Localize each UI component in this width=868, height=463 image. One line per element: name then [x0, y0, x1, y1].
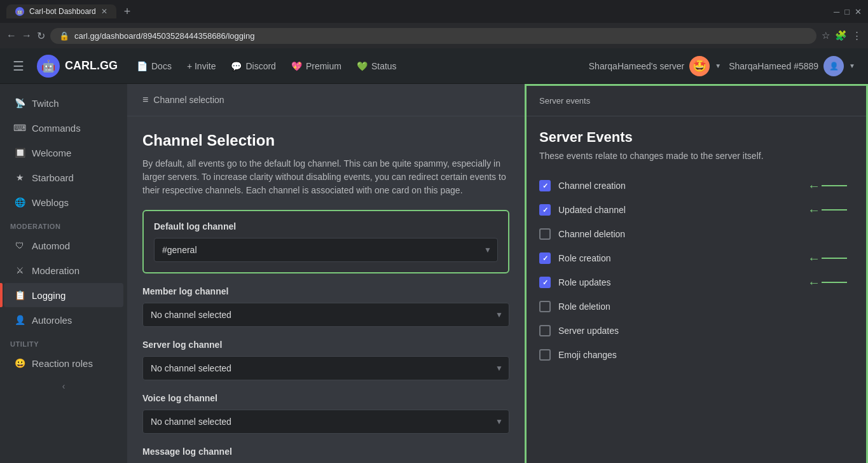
moderation-section-label: MODERATION [0, 215, 127, 233]
sidebar-item-automod[interactable]: 🛡 Automod [4, 233, 123, 258]
user-dropdown-arrow: ▼ [849, 62, 855, 69]
checkbox-role-deletion[interactable] [539, 301, 551, 312]
checkbox-updated-channel[interactable] [539, 204, 551, 216]
invite-link[interactable]: + Invite [181, 57, 223, 75]
back-button[interactable]: ← [6, 30, 17, 41]
status-link[interactable]: 💚 Status [350, 57, 403, 75]
discord-icon: 💬 [231, 61, 242, 71]
page-title: Channel Selection [142, 132, 509, 149]
discord-link[interactable]: 💬 Discord [224, 57, 282, 75]
status-icon: 💚 [357, 61, 368, 71]
address-bar[interactable]: 🔒 carl.gg/dashboard/894503528444358686/l… [50, 28, 816, 44]
docs-icon: 📄 [137, 61, 148, 71]
sidebar-item-twitch[interactable]: 📡 Twitch [4, 91, 123, 115]
list-icon: ≡ [142, 94, 148, 106]
refresh-button[interactable]: ↻ [37, 30, 45, 42]
forward-button[interactable]: → [22, 30, 32, 41]
sidebar-item-logging[interactable]: 📋 Logging [4, 283, 123, 307]
label-updated-channel: Updated channel [558, 205, 626, 215]
server-log-select[interactable]: No channel selected [142, 356, 509, 380]
label-channel-deletion: Channel deletion [558, 229, 625, 239]
sidebar-item-welcome[interactable]: 🔲 Welcome [4, 141, 123, 165]
page-description: By default, all events go to the default… [142, 157, 509, 197]
green-arrow-icon-4: ← [808, 275, 820, 290]
event-role-creation: Role creation ← [539, 246, 853, 270]
weblogs-icon: 🌐 [14, 197, 25, 208]
checkbox-role-updates[interactable] [539, 277, 551, 288]
checkbox-channel-creation[interactable] [539, 180, 551, 191]
member-log-select[interactable]: No channel selected [142, 303, 509, 327]
sidebar-collapse-button[interactable]: ‹ [0, 376, 127, 396]
voice-log-field: Voice log channel No channel selected ▼ [142, 393, 509, 434]
arrow-line [822, 185, 847, 186]
section-header: ≡ Channel selection [127, 84, 525, 116]
new-tab-button[interactable]: + [120, 4, 135, 20]
extension-icon[interactable]: 🧩 [835, 30, 847, 41]
logo: 🤖 CARL.GG [37, 55, 118, 78]
arrow-line-2 [822, 209, 847, 211]
label-role-deletion: Role deletion [558, 301, 610, 312]
favicon: 🤖 [15, 7, 24, 16]
checkbox-channel-deletion[interactable] [539, 228, 551, 240]
maximize-button[interactable]: □ [844, 7, 850, 17]
default-log-select[interactable]: #general [154, 238, 498, 262]
welcome-icon: 🔲 [14, 147, 25, 158]
nav-links: 📄 Docs + Invite 💬 Discord 💖 Premium 💚 St… [130, 57, 403, 75]
server-avatar: 🤩 [689, 56, 710, 76]
sidebar-item-moderation[interactable]: ⚔ Moderation [4, 258, 123, 282]
server-log-label: Server log channel [142, 340, 509, 350]
message-log-field: Message log channel No channel selected … [142, 446, 509, 463]
server-name: SharqaHameed's server [589, 61, 685, 71]
utility-section-label: UTILITY [0, 333, 127, 350]
premium-icon: 💖 [291, 61, 302, 71]
logo-icon: 🤖 [37, 55, 60, 78]
green-arrow-icon-3: ← [808, 251, 820, 266]
user-info[interactable]: SharqaHameed #5889 👤 ▼ [729, 56, 855, 76]
voice-log-select[interactable]: No channel selected [142, 410, 509, 434]
sidebar-item-reaction-roles[interactable]: 😀 Reaction roles [4, 351, 123, 375]
hamburger-button[interactable]: ☰ [13, 59, 24, 74]
docs-link[interactable]: 📄 Docs [130, 57, 178, 75]
bookmark-icon[interactable]: ☆ [822, 30, 830, 41]
reaction-roles-icon: 😀 [14, 357, 25, 369]
arrow-role-creation: ← [808, 251, 847, 266]
member-log-field: Member log channel No channel selected ▼ [142, 286, 509, 327]
starboard-icon: ★ [14, 172, 25, 183]
right-panel-header-text: Server events [539, 96, 590, 106]
arrow-updated-channel: ← [808, 203, 847, 218]
moderation-icon: ⚔ [14, 265, 25, 276]
checkbox-server-updates[interactable] [539, 325, 551, 336]
logo-text: CARL.GG [65, 59, 118, 73]
server-events-description: These events relate to changes made to t… [539, 151, 853, 161]
commands-icon: ⌨ [14, 122, 25, 134]
more-icon[interactable]: ⋮ [852, 30, 862, 41]
checkbox-role-creation[interactable] [539, 252, 551, 264]
label-role-creation: Role creation [558, 253, 611, 263]
tab-title: Carl-bot Dashboard [29, 7, 96, 16]
event-channel-deletion: Channel deletion [539, 222, 853, 246]
arrow-channel-creation: ← [808, 179, 847, 193]
server-log-field: Server log channel No channel selected ▼ [142, 340, 509, 380]
sidebar-item-autoroles[interactable]: 👤 Autoroles [4, 308, 123, 332]
sidebar: 📡 Twitch ⌨ Commands 🔲 Welcome ★ Starboar… [0, 84, 127, 463]
server-info[interactable]: SharqaHameed's server 🤩 ▼ [589, 56, 721, 76]
voice-log-label: Voice log channel [142, 393, 509, 403]
close-button[interactable]: ✕ [855, 7, 862, 17]
sidebar-item-starboard[interactable]: ★ Starboard [4, 165, 123, 190]
sidebar-item-commands[interactable]: ⌨ Commands [4, 116, 123, 140]
url-display: carl.gg/dashboard/894503528444358686/log… [74, 31, 254, 41]
right-panel-header: Server events [527, 86, 866, 116]
premium-link[interactable]: 💖 Premium [285, 57, 348, 75]
right-panel: Server events Server Events These events… [525, 84, 868, 463]
lock-icon: 🔒 [59, 31, 69, 41]
server-events-title: Server Events [539, 129, 853, 146]
close-tab-icon[interactable]: ✕ [101, 7, 107, 16]
user-name: SharqaHameed #5889 [729, 61, 818, 71]
arrow-line-3 [822, 258, 847, 259]
server-dropdown-arrow: ▼ [715, 62, 721, 69]
arrow-role-updates: ← [808, 275, 847, 290]
checkbox-emoji-changes[interactable] [539, 349, 551, 361]
sidebar-item-weblogs[interactable]: 🌐 Weblogs [4, 190, 123, 214]
minimize-button[interactable]: ─ [834, 7, 839, 17]
automod-icon: 🛡 [14, 240, 25, 251]
